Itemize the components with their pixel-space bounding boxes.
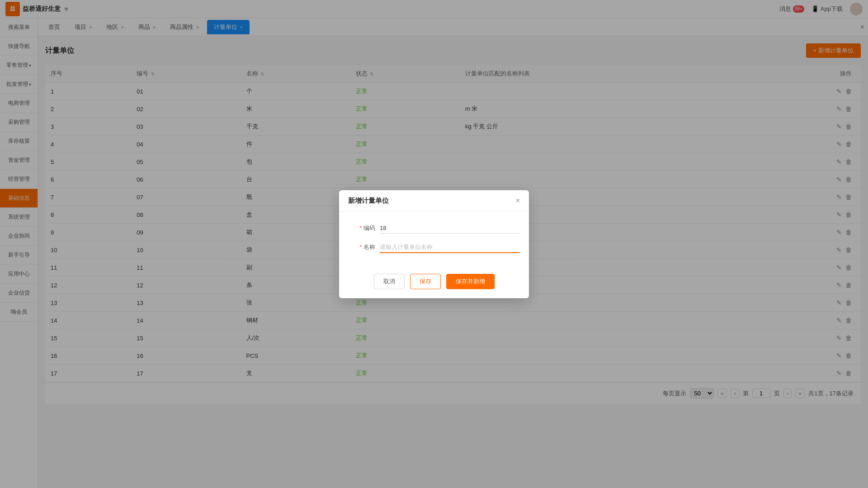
name-input[interactable] — [380, 242, 520, 253]
modal-close-button[interactable]: × — [516, 197, 520, 205]
add-unit-modal: 新增计量单位 × 编码 名称 取消 保存 保存并新增 — [339, 190, 529, 298]
name-label: 名称 — [348, 243, 375, 251]
cancel-button[interactable]: 取消 — [374, 274, 405, 289]
form-row-name: 名称 — [348, 242, 520, 253]
code-label: 编码 — [348, 224, 375, 232]
code-input[interactable] — [380, 223, 520, 234]
modal-overlay: 新增计量单位 × 编码 名称 取消 保存 保存并新增 — [0, 0, 868, 488]
modal-header: 新增计量单位 × — [339, 190, 529, 212]
modal-body: 编码 名称 — [339, 212, 529, 268]
modal-title: 新增计量单位 — [348, 197, 389, 205]
save-button[interactable]: 保存 — [410, 274, 441, 289]
modal-footer: 取消 保存 保存并新增 — [339, 268, 529, 298]
save-and-new-button[interactable]: 保存并新增 — [446, 274, 495, 289]
form-row-code: 编码 — [348, 223, 520, 234]
